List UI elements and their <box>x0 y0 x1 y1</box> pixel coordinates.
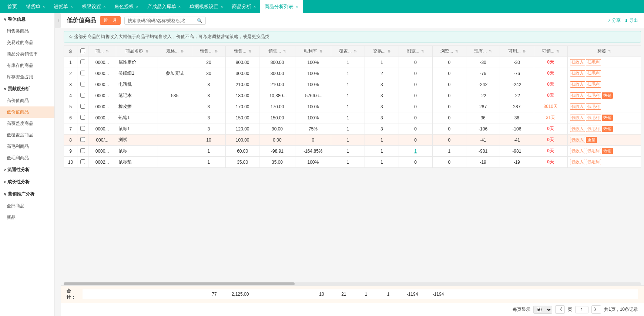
close-icon[interactable]: × <box>178 4 181 9</box>
nav-purchase-order[interactable]: 进货单 × <box>49 0 77 13</box>
row-code: 0000... <box>88 79 116 90</box>
col-tags[interactable]: 标签 ⇅ <box>567 46 641 57</box>
sidebar-item-stock-capital[interactable]: 库存资金占用 <box>0 71 54 83</box>
col-sales1[interactable]: 销售... ⇅ <box>192 46 225 57</box>
share-button[interactable]: ↗ 分享 <box>607 17 621 24</box>
col-checkbox[interactable] <box>77 46 88 57</box>
row-checkbox[interactable] <box>77 112 88 123</box>
row-checkbox[interactable] <box>77 57 88 68</box>
col-stock3[interactable]: 可销... ⇅ <box>534 46 567 57</box>
col-trade[interactable]: 交易... ⇅ <box>365 46 399 57</box>
page-number-input[interactable] <box>575 306 588 313</box>
row-s1: 3 <box>192 112 225 123</box>
settings-icon[interactable]: ⚙ <box>68 48 73 54</box>
col-settings[interactable]: ⚙ <box>64 46 77 57</box>
close-icon[interactable]: × <box>103 4 105 9</box>
browse-link[interactable]: 1 <box>414 149 417 154</box>
col-stock2[interactable]: 可用... ⇅ <box>500 46 534 57</box>
nav-product-inbound[interactable]: 产成品入库单 × <box>143 0 185 13</box>
sidebar-group-marketing-label: 营销推广分析 <box>8 191 34 197</box>
close-icon[interactable]: × <box>221 4 223 9</box>
col-browse1[interactable]: 浏览... ⇅ <box>399 46 432 57</box>
row-checkbox[interactable] <box>77 146 88 157</box>
col-sales3[interactable]: 销售... ⇅ <box>259 46 295 57</box>
nav-template-settings[interactable]: 单据模板设置 × <box>185 0 227 13</box>
sidebar-group-liquidity[interactable]: > 流通性分析 <box>0 164 54 176</box>
sidebar-item-high-coverage[interactable]: 高覆盖度商品 <box>0 118 54 129</box>
sidebar-item-stock-products[interactable]: 有库存的商品 <box>0 60 54 71</box>
col-spec[interactable]: 规格... ⇅ <box>158 46 192 57</box>
row-select-checkbox[interactable] <box>80 60 85 64</box>
nav-sales-order[interactable]: 销货单 × <box>21 0 49 13</box>
nav-role-auth[interactable]: 角色授权 × <box>110 0 142 13</box>
scrollbar-thumb[interactable] <box>64 282 295 285</box>
row-coverage: 1 <box>331 146 365 157</box>
sidebar-item-category-sales-rate[interactable]: 商品分类销售率 <box>0 48 54 60</box>
row-checkbox[interactable] <box>77 90 88 101</box>
row-select-checkbox[interactable] <box>80 71 85 75</box>
row-checkbox[interactable] <box>77 123 88 135</box>
col-browse2[interactable]: 浏览... ⇅ <box>432 46 466 57</box>
nav-product-analysis-list[interactable]: 商品分析列表 × <box>260 0 302 13</box>
close-icon[interactable]: × <box>43 4 45 9</box>
col-gross[interactable]: 毛利率 ⇅ <box>295 46 331 57</box>
page-size-select[interactable]: 50 100 200 <box>533 306 552 314</box>
select-all-checkbox[interactable] <box>80 48 85 53</box>
row-select-checkbox[interactable] <box>80 82 85 86</box>
sidebar-group-overall[interactable]: ∨ 整体信息 <box>0 13 54 26</box>
row-checkbox[interactable] <box>77 101 88 112</box>
col-code[interactable]: 商... ⇅ <box>88 46 116 57</box>
sidebar-item-high-value[interactable]: 高价值商品 <box>0 95 54 106</box>
close-icon[interactable]: × <box>296 4 298 9</box>
sidebar-item-new-products[interactable]: 新品 <box>0 212 54 223</box>
search-input[interactable] <box>128 18 197 23</box>
sidebar-item-traded-products[interactable]: 交易过的商品 <box>0 37 54 48</box>
tag-badge: 低收入 <box>570 59 585 65</box>
footer-totals: 合计： 77 2,125.00 10 21 1 1 -1194 <box>61 285 644 303</box>
row-spec <box>158 101 192 112</box>
close-icon[interactable]: × <box>136 4 138 9</box>
export-button[interactable]: ⬇ 导出 <box>624 17 638 24</box>
row-checkbox[interactable] <box>77 135 88 146</box>
col-sales2[interactable]: 销售... ⇅ <box>226 46 259 57</box>
sidebar-item-low-margin[interactable]: 低毛利商品 <box>0 152 54 164</box>
col-stock1[interactable]: 现有... ⇅ <box>466 46 500 57</box>
row-select-checkbox[interactable] <box>80 93 85 98</box>
search-icon[interactable]: 🔍 <box>197 18 202 23</box>
row-checkbox[interactable] <box>77 79 88 90</box>
col-name[interactable]: 商品名称 ⇅ <box>116 46 158 57</box>
col-coverage[interactable]: 覆盖... ⇅ <box>331 46 365 57</box>
nav-home[interactable]: 首页 <box>3 0 21 13</box>
row-select-checkbox[interactable] <box>80 115 85 120</box>
row-s2: 170.00 <box>226 101 259 112</box>
row-checkbox[interactable] <box>77 68 88 79</box>
sort-icon: ⇅ <box>319 49 322 53</box>
sidebar-item-all-products[interactable]: 全部商品 <box>0 200 54 212</box>
row-stock1: -41 <box>466 135 500 146</box>
sidebar-collapse-button[interactable]: 《 <box>55 13 61 28</box>
row-stock2: -242 <box>500 79 534 90</box>
sidebar-item-high-margin[interactable]: 高毛利商品 <box>0 141 54 152</box>
nav-permissions[interactable]: 权限设置 × <box>77 0 110 13</box>
sidebar-item-low-coverage[interactable]: 低覆盖度商品 <box>0 129 54 141</box>
row-select-checkbox[interactable] <box>80 148 85 153</box>
next-page-button[interactable]: 》 <box>591 305 601 314</box>
horizontal-scrollbar[interactable] <box>64 282 641 285</box>
prev-page-button[interactable]: 《 <box>555 305 565 314</box>
row-select-checkbox[interactable] <box>80 126 85 131</box>
row-select-checkbox[interactable] <box>80 137 85 142</box>
close-icon[interactable]: × <box>70 4 73 9</box>
nav-product-analysis[interactable]: 商品分析 × <box>228 0 260 13</box>
filter-recent-month-button[interactable]: 近一月 <box>100 16 121 25</box>
sidebar-group-marketing[interactable]: ∨ 营销推广分析 <box>0 188 54 200</box>
sidebar-item-sales-products[interactable]: 销售类商品 <box>0 26 54 37</box>
row-select-checkbox[interactable] <box>80 159 85 164</box>
top-navigation: 首页 销货单 × 进货单 × 权限设置 × 角色授权 × 产成品入库单 × 单据… <box>0 0 644 13</box>
row-checkbox[interactable] <box>77 157 88 168</box>
sidebar-item-low-value[interactable]: 低价值商品 <box>0 106 54 118</box>
close-icon[interactable]: × <box>254 4 256 9</box>
tag-badge: 低毛利 <box>586 148 601 154</box>
row-select-checkbox[interactable] <box>80 104 85 109</box>
sidebar-group-contribution[interactable]: ∨ 贡献度分析 <box>0 83 54 95</box>
sidebar-group-growth[interactable]: > 成长性分析 <box>0 176 54 188</box>
